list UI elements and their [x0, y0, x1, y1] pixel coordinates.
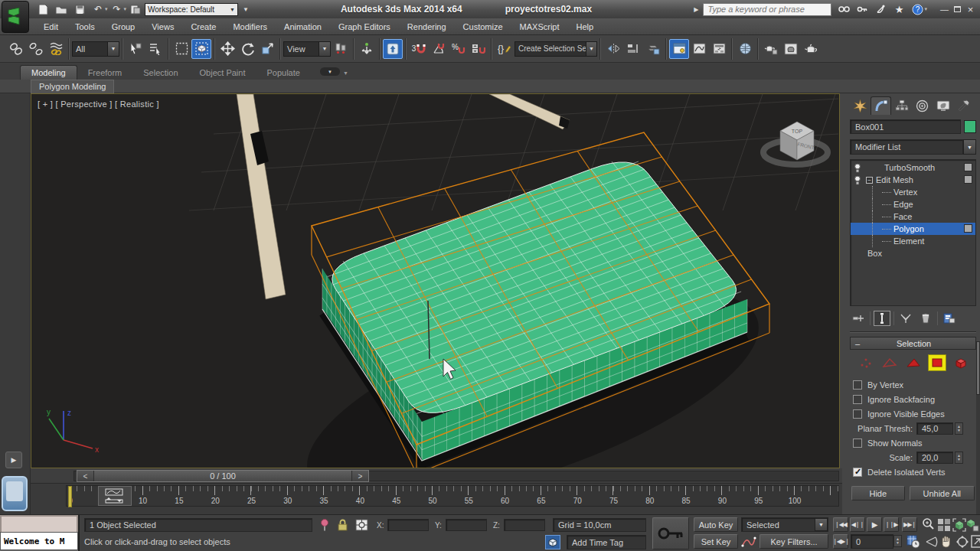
menu-maxscript[interactable]: MAXScript	[511, 20, 568, 34]
ignore-backfacing-row[interactable]: Ignore Backfacing	[850, 392, 976, 406]
selection-lock-icon[interactable]	[337, 519, 348, 531]
viewcube[interactable]: TOP FRONT	[763, 122, 828, 165]
track-bar[interactable]: 0510152025303540455055606570758085909510…	[31, 484, 842, 514]
schematic-view-icon[interactable]	[709, 39, 729, 59]
unlink-selection-icon[interactable]	[26, 39, 46, 59]
menu-rendering[interactable]: Rendering	[399, 20, 455, 34]
perspective-viewport[interactable]: TOP FRONT z y x [ + ] [ Perspective ] [ …	[31, 93, 840, 468]
material-editor-icon[interactable]	[735, 39, 755, 59]
menu-animation[interactable]: Animation	[276, 20, 330, 34]
open-mini-curve-editor-button[interactable]	[98, 486, 132, 506]
by-vertex-row[interactable]: By Vertex	[850, 377, 976, 392]
stack-item-turbosmooth[interactable]: TurboSmooth	[851, 161, 975, 174]
spinner-snap-toggle-icon[interactable]	[469, 39, 488, 59]
named-selection-set-dropdown[interactable]: Create Selection Se ▼	[514, 41, 597, 57]
mirror-icon[interactable]	[603, 39, 623, 59]
ribbon-tab-freeform[interactable]: Freeform	[77, 66, 133, 80]
select-by-name-icon[interactable]	[145, 39, 165, 59]
redo-icon[interactable]: ↷	[109, 2, 125, 16]
scale-spinner[interactable]: ▲▼	[955, 452, 963, 464]
open-file-icon[interactable]	[54, 2, 69, 16]
adaptive-degradation-icon[interactable]	[545, 535, 560, 549]
object-name-field[interactable]: Box001	[850, 119, 961, 134]
auto-key-button[interactable]: Auto Key	[694, 517, 738, 532]
bulb-icon[interactable]	[854, 175, 861, 185]
delete-isolated-verts-row[interactable]: Delete Isolated Verts	[850, 465, 976, 479]
previous-frame-arrow-button[interactable]: <	[77, 471, 94, 481]
help-icon[interactable]: ?	[910, 2, 925, 16]
communication-center-icon[interactable]	[873, 2, 888, 16]
y-coord-field[interactable]	[446, 519, 487, 531]
close-button[interactable]: ×	[964, 4, 977, 15]
by-vertex-checkbox[interactable]	[853, 380, 862, 390]
stack-subobject-face[interactable]: Face	[851, 210, 975, 223]
orbit-icon[interactable]	[956, 535, 969, 549]
time-configuration-icon[interactable]	[906, 535, 920, 549]
collapse-expander-icon[interactable]: −	[866, 177, 873, 184]
favorites-star-icon[interactable]: ★	[891, 2, 906, 16]
tab-modify[interactable]	[871, 96, 891, 115]
zoom-extents-all-icon[interactable]	[966, 518, 979, 532]
menu-graph-editors[interactable]: Graph Editors	[330, 20, 399, 34]
layer-manager-icon[interactable]	[643, 39, 663, 59]
search-icon[interactable]	[836, 2, 851, 16]
selected-filter-dropdown[interactable]: Selected ▼	[741, 517, 828, 532]
select-and-move-icon[interactable]	[217, 39, 237, 59]
absolute-mode-icon[interactable]	[355, 519, 368, 531]
help-flyout-arrow[interactable]: ▾	[924, 6, 927, 12]
select-and-rotate-icon[interactable]	[237, 39, 257, 59]
stack-subobject-vertex[interactable]: Vertex	[851, 186, 975, 198]
keyboard-shortcut-override-icon[interactable]	[383, 39, 403, 59]
expand-panel-arrow-button[interactable]: ▶	[5, 452, 22, 468]
rectangular-selection-region-icon[interactable]	[172, 39, 191, 59]
tab-motion[interactable]	[912, 96, 933, 115]
vertex-subobject-icon[interactable]	[857, 354, 875, 371]
track-bar-ruler[interactable]: 0510152025303540455055606570758085909510…	[66, 485, 839, 507]
reference-coordinate-dropdown[interactable]: View ▼	[283, 41, 331, 57]
maximize-viewport-toggle-icon[interactable]	[971, 535, 980, 548]
planar-thresh-spinner[interactable]: ▲▼	[955, 422, 963, 435]
snaps-toggle-3d-icon[interactable]: 3	[409, 39, 429, 59]
unhide-all-button[interactable]: Unhide All	[910, 486, 975, 500]
tab-display[interactable]	[933, 96, 953, 115]
modifier-list-dropdown[interactable]: Modifier List	[850, 139, 963, 155]
field-of-view-icon[interactable]	[925, 536, 938, 548]
stack-subobject-polygon[interactable]: Polygon	[851, 223, 975, 235]
set-key-button[interactable]: Set Key	[694, 534, 738, 549]
use-pivot-point-icon[interactable]	[331, 39, 351, 59]
isolate-selection-icon[interactable]	[318, 518, 331, 532]
menu-tools[interactable]: Tools	[67, 20, 103, 34]
menu-modifiers[interactable]: Modifiers	[224, 20, 276, 34]
planar-thresh-field[interactable]: 45,0	[916, 422, 953, 435]
angle-snap-toggle-icon[interactable]	[429, 39, 449, 59]
bind-to-space-warp-icon[interactable]	[46, 39, 66, 59]
menu-customize[interactable]: Customize	[455, 20, 511, 34]
next-frame-button[interactable]: ❘❘▶	[884, 517, 899, 532]
project-folder-icon[interactable]	[128, 2, 143, 16]
default-tangent-icon[interactable]	[741, 535, 756, 549]
remove-modifier-icon[interactable]	[917, 311, 934, 326]
search-input[interactable]	[703, 3, 831, 16]
select-and-scale-icon[interactable]	[257, 39, 277, 59]
curve-editor-icon[interactable]	[689, 39, 709, 59]
welcome-window-title[interactable]: Welcome to M	[0, 532, 78, 550]
render-setup-icon[interactable]	[761, 39, 781, 59]
render-production-icon[interactable]	[801, 39, 821, 59]
tab-hierarchy[interactable]	[891, 96, 912, 115]
ignore-visible-edges-checkbox[interactable]	[853, 409, 862, 419]
redo-flyout-arrow[interactable]: ▾	[124, 6, 127, 12]
edge-subobject-icon[interactable]	[880, 354, 899, 371]
configure-modifier-sets-icon[interactable]	[941, 311, 958, 326]
pan-hand-icon[interactable]	[940, 535, 952, 548]
undo-icon[interactable]: ↶	[90, 2, 106, 16]
turbosmooth-toggle[interactable]	[964, 163, 972, 171]
polygon-toggle[interactable]	[964, 224, 972, 233]
key-mode-toggle-button[interactable]: ❘◀▶❘	[833, 534, 848, 549]
menu-views[interactable]: Views	[143, 20, 182, 34]
ribbon-tab-modeling[interactable]: Modeling	[20, 65, 77, 80]
play-button[interactable]: ▶	[867, 517, 882, 532]
key-filters-button[interactable]: Key Filters...	[760, 534, 828, 549]
tab-utilities[interactable]	[953, 96, 974, 115]
delete-isolated-verts-checkbox[interactable]	[853, 468, 862, 477]
align-icon[interactable]	[623, 39, 643, 59]
